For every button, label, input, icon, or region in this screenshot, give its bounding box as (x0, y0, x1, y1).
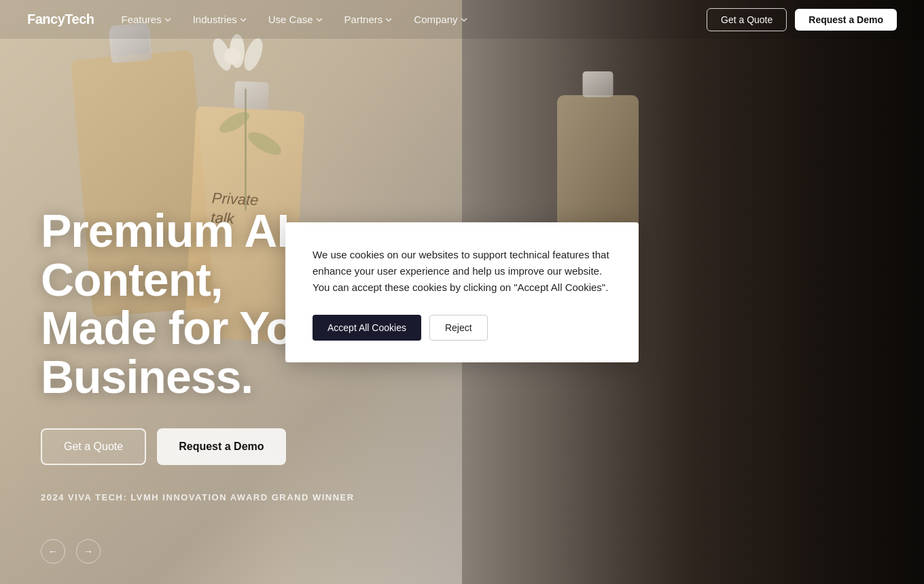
cookie-message: We use cookies on our websites to suppor… (313, 247, 611, 296)
cookie-modal: We use cookies on our websites to suppor… (285, 222, 639, 362)
cookie-reject-button[interactable]: Reject (429, 315, 488, 341)
cookie-accept-button[interactable]: Accept All Cookies (313, 315, 421, 341)
cookie-overlay: We use cookies on our websites to suppor… (0, 0, 924, 584)
cookie-buttons: Accept All Cookies Reject (313, 315, 611, 341)
